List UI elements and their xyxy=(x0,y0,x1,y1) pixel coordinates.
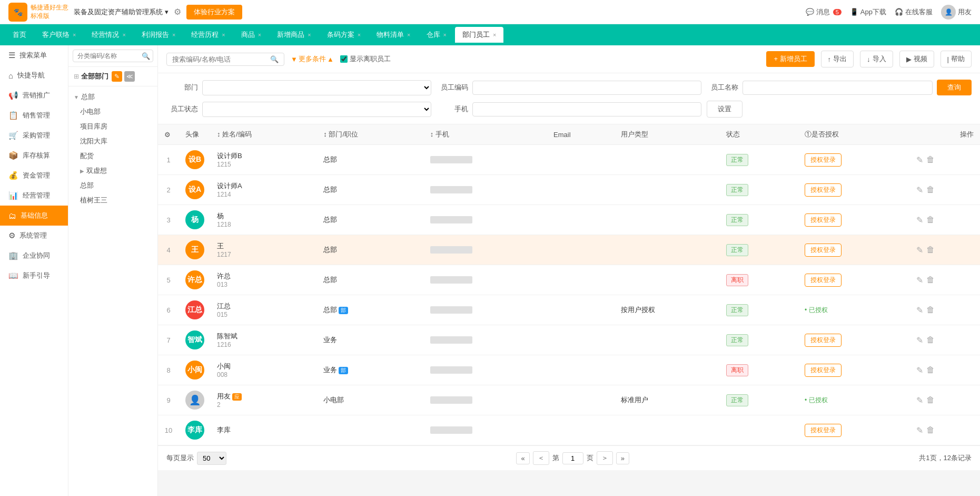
edit-icon[interactable]: ✎ xyxy=(916,305,923,315)
close-icon[interactable]: × xyxy=(73,32,76,38)
nav-tab-物料清单[interactable]: 物料清单× xyxy=(369,27,418,43)
first-page-button[interactable]: « xyxy=(516,452,529,464)
delete-icon[interactable]: 🗑 xyxy=(926,395,935,405)
dept-select[interactable] xyxy=(202,80,431,95)
emp-name-input[interactable] xyxy=(743,81,933,95)
col-dept[interactable]: ↕ 部门/职位 xyxy=(317,124,423,145)
delete-icon[interactable]: 🗑 xyxy=(926,335,935,345)
close-icon[interactable]: × xyxy=(493,32,496,38)
close-icon[interactable]: × xyxy=(407,32,410,38)
auth-login-button[interactable]: 授权登录 xyxy=(805,183,842,197)
help-button[interactable]: | 帮助 xyxy=(941,51,972,67)
prev-page-button[interactable]: ＜ xyxy=(533,451,549,465)
dept-node[interactable]: 植树王三 xyxy=(68,193,157,208)
mobile-input[interactable] xyxy=(472,102,701,116)
delete-icon[interactable]: 🗑 xyxy=(926,185,935,195)
per-page-select[interactable]: 50 10 20 100 xyxy=(197,452,226,465)
sidebar-item-system[interactable]: ⚙系统管理 xyxy=(0,226,68,246)
edit-icon[interactable]: ✎ xyxy=(916,395,923,405)
delete-icon[interactable]: 🗑 xyxy=(926,215,935,225)
dept-node[interactable]: 总部 xyxy=(68,178,157,193)
dept-collapse-btn[interactable]: ≪ xyxy=(124,71,135,82)
app-download-button[interactable]: 📱 App下载 xyxy=(850,7,886,17)
more-conditions-btn[interactable]: ▼ 更多条件 ▲ xyxy=(291,54,334,64)
last-page-button[interactable]: » xyxy=(616,452,629,464)
sidebar-item-operation[interactable]: 📊经营管理 xyxy=(0,186,68,206)
nav-tab-经营历程[interactable]: 经营历程× xyxy=(184,27,232,43)
edit-icon[interactable]: ✎ xyxy=(916,365,923,375)
close-icon[interactable]: × xyxy=(122,32,125,38)
auth-login-button[interactable]: 授权登录 xyxy=(805,213,842,227)
sidebar-item-marketing[interactable]: 📢营销推广 xyxy=(0,85,68,105)
try-industry-button[interactable]: 体验行业方案 xyxy=(186,5,242,20)
sidebar-item-enterprise[interactable]: 🏢企业协同 xyxy=(0,246,68,266)
dept-node[interactable]: 沈阳大库 xyxy=(68,134,157,149)
page-number-input[interactable] xyxy=(562,452,583,464)
sidebar-item-basic[interactable]: 🗂基础信息 xyxy=(0,206,68,226)
emp-code-input[interactable] xyxy=(472,81,701,95)
auth-login-button[interactable]: 授权登录 xyxy=(805,334,842,347)
system-title-dropdown[interactable]: 装备及固定资产辅助管理系统 ▾ xyxy=(74,7,169,17)
close-icon[interactable]: × xyxy=(443,32,447,38)
col-name[interactable]: ↕ 姓名/编码 xyxy=(211,124,317,145)
nav-tab-新增商品[interactable]: 新增商品× xyxy=(270,27,318,43)
close-icon[interactable]: × xyxy=(222,32,225,38)
dept-edit-btn[interactable]: ✎ xyxy=(112,71,122,82)
edit-icon[interactable]: ✎ xyxy=(916,215,923,225)
import-button[interactable]: ↓ 导入 xyxy=(860,51,893,67)
delete-icon[interactable]: 🗑 xyxy=(926,425,935,435)
edit-icon[interactable]: ✎ xyxy=(916,185,923,195)
show-resigned-label[interactable]: 显示离职员工 xyxy=(340,54,391,64)
sidebar-item-sales[interactable]: 📋销售管理 xyxy=(0,105,68,125)
edit-icon[interactable]: ✎ xyxy=(916,275,923,285)
dept-node[interactable]: 配货 xyxy=(68,149,157,163)
close-icon[interactable]: × xyxy=(308,32,311,38)
nav-tab-经营情况[interactable]: 经营情况× xyxy=(84,27,133,43)
delete-icon[interactable]: 🗑 xyxy=(926,365,935,375)
sidebar-item-search[interactable]: ☰搜索菜单 xyxy=(0,45,68,65)
edit-icon[interactable]: ✎ xyxy=(916,425,923,435)
dept-node[interactable]: ▼ 总部 xyxy=(68,90,157,104)
auth-login-button[interactable]: 授权登录 xyxy=(805,274,842,287)
settings-button[interactable]: 设置 xyxy=(707,101,743,118)
delete-icon[interactable]: 🗑 xyxy=(926,305,935,315)
close-icon[interactable]: × xyxy=(258,32,261,38)
close-icon[interactable]: × xyxy=(172,32,175,38)
close-icon[interactable]: × xyxy=(358,32,361,38)
view-button[interactable]: ▶ 视频 xyxy=(899,51,934,67)
dept-node[interactable]: 项目库房 xyxy=(68,119,157,134)
edit-icon[interactable]: ✎ xyxy=(916,245,923,255)
user-menu-button[interactable]: 👤 用友 xyxy=(941,5,972,20)
next-page-button[interactable]: ＞ xyxy=(597,451,613,465)
sidebar-item-guide[interactable]: 📖新手引导 xyxy=(0,266,68,286)
delete-icon[interactable]: 🗑 xyxy=(926,275,935,285)
search-input[interactable] xyxy=(172,55,267,63)
gear-button[interactable]: ⚙ xyxy=(174,7,181,17)
nav-tab-利润报告[interactable]: 利润报告× xyxy=(134,27,183,43)
delete-icon[interactable]: 🗑 xyxy=(926,155,935,165)
sidebar-item-quicknav[interactable]: ⌂快捷导航 xyxy=(0,65,68,85)
sidebar-item-purchase[interactable]: 🛒采购管理 xyxy=(0,125,68,145)
nav-tab-部门员工[interactable]: 部门员工× xyxy=(455,27,503,43)
dept-node[interactable]: 小电部 xyxy=(68,104,157,119)
col-mobile[interactable]: ↕ 手机 xyxy=(424,124,547,145)
nav-tab-客户联络[interactable]: 客户联络× xyxy=(35,27,83,43)
dept-node[interactable]: ▶ 双虚想 xyxy=(68,163,157,178)
delete-icon[interactable]: 🗑 xyxy=(926,245,935,255)
show-resigned-checkbox[interactable] xyxy=(340,55,348,63)
emp-status-select[interactable] xyxy=(202,102,431,117)
online-service-button[interactable]: 🎧 在线客服 xyxy=(895,7,933,17)
auth-login-button[interactable]: 授权登录 xyxy=(805,364,842,377)
edit-icon[interactable]: ✎ xyxy=(916,335,923,345)
col-settings[interactable]: ⚙ xyxy=(158,124,179,145)
edit-icon[interactable]: ✎ xyxy=(916,155,923,165)
nav-tab-仓库[interactable]: 仓库× xyxy=(419,27,454,43)
export-button[interactable]: ↑ 导出 xyxy=(821,51,854,67)
sidebar-item-inventory[interactable]: 📦库存核算 xyxy=(0,145,68,166)
nav-tab-条码方案[interactable]: 条码方案× xyxy=(320,27,368,43)
add-employee-button[interactable]: + 新增员工 xyxy=(766,51,814,67)
auth-login-button[interactable]: 授权登录 xyxy=(805,244,842,257)
nav-tab-商品[interactable]: 商品× xyxy=(234,27,269,43)
sidebar-item-finance[interactable]: 💰资金管理 xyxy=(0,166,68,186)
auth-login-button[interactable]: 授权登录 xyxy=(805,153,842,167)
